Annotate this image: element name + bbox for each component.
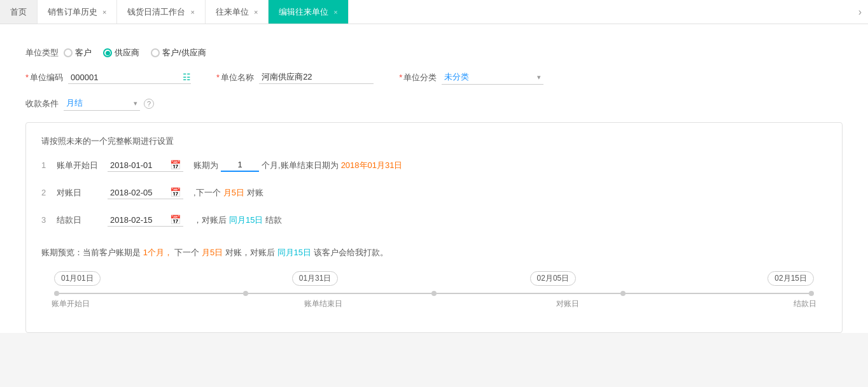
unit-code-group: * 单位编码 ☷	[25, 71, 191, 84]
main-content: 单位类型 客户 供应商 客户/供应商 * 单位编码 ☷	[0, 24, 868, 333]
timeline-section: 01月01日 01月31日 02月05日 02月15日	[41, 271, 827, 320]
timeline-node-4: 02月15日	[767, 271, 814, 288]
payment-terms-help[interactable]: ?	[144, 99, 154, 109]
timeline-dot-2	[431, 291, 437, 296]
unit-category-group: * 单位分类 未分类 ▾	[399, 70, 543, 85]
payment-terms-row: 收款条件 月结 ▾ ?	[25, 96, 843, 111]
step-label-2: 对账日	[57, 187, 108, 199]
tab-sales-history-close[interactable]: ×	[102, 8, 106, 16]
timeline-dot-1	[243, 291, 248, 296]
radio-supplier[interactable]: 供应商	[103, 47, 139, 59]
payment-terms-label: 收款条件	[25, 98, 59, 109]
step-date-icon-3[interactable]: 📅	[170, 215, 181, 225]
tab-partner-unit-close[interactable]: ×	[254, 8, 258, 16]
step-suffix-after-1: 个月,账单结束日期为	[262, 160, 339, 171]
tab-cash-work[interactable]: 钱货日清工作台 ×	[117, 0, 205, 24]
step-num-2: 2	[41, 188, 57, 197]
step-label-3: 结款日	[57, 215, 108, 226]
step-suffix-prefix-1: 账期为	[193, 160, 218, 171]
unit-code-input-wrapper: ☷	[68, 71, 191, 84]
radio-customer-circle	[64, 48, 73, 57]
payment-terms-arrow: ▾	[134, 99, 137, 108]
timeline-line-4	[626, 293, 809, 294]
unit-category-label: 单位分类	[403, 72, 437, 83]
unit-code-icon[interactable]: ☷	[183, 72, 191, 82]
tabs-expand-button[interactable]: ›	[852, 0, 868, 24]
timeline-label-2: 账单结束日	[304, 299, 342, 309]
timeline-badge-3: 02月05日	[530, 271, 577, 286]
timeline-labels-row: 账单开始日 账单结束日 对账日 结款日	[41, 296, 827, 309]
step-date-input-3[interactable]	[110, 215, 167, 225]
timeline-label-4: 结款日	[794, 299, 816, 309]
payment-terms-value: 月结	[66, 97, 131, 109]
step-date-icon-1[interactable]: 📅	[170, 160, 181, 170]
timeline-start-dot	[54, 291, 59, 296]
preview-reconcile-suffix: 对账，对账后	[225, 248, 275, 257]
settings-panel: 请按照未来的一个完整帐期进行设置 1 账单开始日 📅 账期为 个月,账单结束日期…	[25, 122, 843, 333]
timeline-badge-2: 01月31日	[292, 271, 339, 286]
unit-code-label: 单位编码	[30, 72, 63, 83]
timeline-node-2: 01月31日	[292, 271, 339, 288]
timeline-line-2	[248, 293, 432, 294]
tab-edit-partner-close[interactable]: ×	[333, 8, 337, 16]
step-suffix-highlight-2: 月5日	[223, 187, 244, 199]
unit-category-arrow: ▾	[537, 73, 541, 81]
preview-text: 账期预览：当前客户账期是 1个月， 下一个 月5日 对账，对账后 同月15日 该…	[41, 241, 827, 258]
timeline-line-1	[59, 293, 243, 294]
step-suffix-highlight-3: 同月15日	[229, 215, 263, 226]
preview-label: 账期预览：当前客户账期是	[41, 248, 141, 257]
step-date-icon-2[interactable]: 📅	[170, 187, 181, 197]
tab-home[interactable]: 首页	[0, 0, 38, 24]
timeline-label-1: 账单开始日	[52, 299, 90, 309]
step-row-2: 2 对账日 📅 ,下一个 月5日 对账	[41, 186, 827, 199]
step-suffix-end-2: 对账	[247, 187, 263, 199]
step-suffix-1: 账期为 个月,账单结束日期为 2018年01月31日	[193, 158, 402, 172]
unit-name-label: 单位名称	[221, 72, 254, 83]
step-suffix-comma-3: ，对账后	[193, 215, 227, 226]
unit-category-required: *	[399, 73, 402, 82]
step-date-1: 📅	[108, 158, 183, 172]
tab-edit-partner[interactable]: 编辑往来单位 ×	[269, 0, 348, 24]
unit-name-input[interactable]	[259, 71, 374, 84]
timeline-line-row	[41, 288, 827, 296]
step-suffix-end-3: 结款	[265, 215, 282, 226]
unit-type-radio-group: 客户 供应商 客户/供应商	[64, 47, 206, 59]
unit-type-label: 单位类型	[25, 47, 59, 59]
timeline-node-3: 02月05日	[530, 271, 577, 288]
step-num-1: 1	[41, 160, 57, 170]
step-highlight-1: 2018年01月31日	[341, 160, 403, 171]
unit-name-group: * 单位名称	[216, 71, 374, 84]
timeline-badges-row: 01月01日 01月31日 02月05日 02月15日	[41, 271, 827, 288]
unit-fields-row: * 单位编码 ☷ * 单位名称 * 单位分类 未分类 ▾	[25, 70, 843, 85]
step-date-input-2[interactable]	[110, 188, 167, 197]
step-date-input-1[interactable]	[110, 160, 167, 170]
timeline-badge-4: 02月15日	[767, 271, 814, 286]
unit-code-input[interactable]	[68, 71, 180, 83]
step-suffix-3: ，对账后 同月15日 结款	[193, 215, 282, 226]
radio-customer[interactable]: 客户	[64, 47, 92, 59]
preview-period: 1个月，	[143, 248, 172, 257]
unit-category-dropdown[interactable]: 未分类 ▾	[442, 70, 543, 85]
period-input[interactable]	[221, 158, 259, 172]
tab-cash-work-close[interactable]: ×	[190, 8, 194, 16]
preview-end: 该客户会给我打款。	[314, 248, 388, 257]
step-date-3: 📅	[108, 213, 183, 227]
timeline-badge-1: 01月01日	[54, 271, 101, 286]
radio-both[interactable]: 客户/供应商	[151, 47, 206, 59]
preview-payment: 同月15日	[277, 248, 311, 257]
preview-reconcile: 月5日	[202, 248, 223, 257]
timeline-end-dot	[809, 291, 814, 296]
panel-title: 请按照未来的一个完整帐期进行设置	[41, 136, 827, 147]
step-row-3: 3 结款日 📅 ，对账后 同月15日 结款	[41, 213, 827, 227]
tab-sales-history[interactable]: 销售订单历史 ×	[38, 0, 117, 24]
radio-supplier-circle	[103, 48, 112, 57]
step-row-1: 1 账单开始日 📅 账期为 个月,账单结束日期为 2018年01月31日	[41, 158, 827, 172]
radio-both-circle	[151, 48, 160, 57]
payment-terms-dropdown[interactable]: 月结 ▾	[64, 96, 140, 111]
timeline-dot-3	[620, 291, 626, 296]
unit-code-required: *	[25, 73, 29, 82]
step-num-3: 3	[41, 215, 57, 225]
step-suffix-comma-2: ,下一个	[193, 187, 221, 199]
tabs-bar: 首页 销售订单历史 × 钱货日清工作台 × 往来单位 × 编辑往来单位 × ›	[0, 0, 868, 24]
tab-partner-unit[interactable]: 往来单位 ×	[206, 0, 269, 24]
